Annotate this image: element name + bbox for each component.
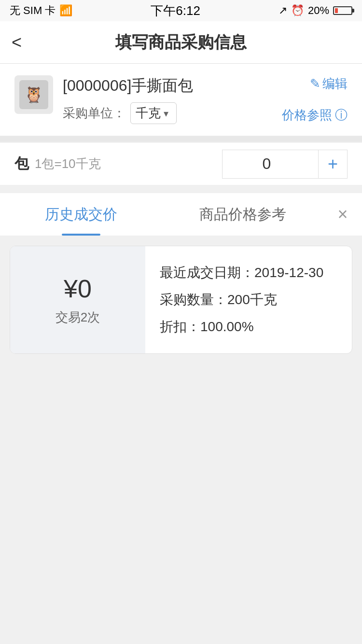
product-left: 🦉 [0000006]手撕面包 采购单位： 千克 ▾ [14,75,193,124]
edit-icon: ✎ [310,76,320,91]
unit-label: 采购单位： [63,105,125,122]
product-thumbnail: 🦉 [14,75,53,114]
price-card-left: ¥0 交易2次 [10,246,145,353]
tab-close-button[interactable]: × [323,193,362,236]
price-ref-right: ✎ 编辑 价格参照 ⓘ [282,75,348,124]
transaction-count: 交易2次 [56,309,100,326]
quantity-unit-name: 包 [14,154,29,174]
price-value: 0 [78,275,92,303]
recent-date-value: 2019-12-30 [254,265,323,280]
product-thumbnail-inner: 🦉 [19,80,48,109]
product-header: 🦉 [0000006]手撕面包 采购单位： 千克 ▾ ✎ 编辑 [14,75,348,124]
content-area: ¥0 交易2次 最近成交日期：2019-12-30 采购数量：200千克 折扣：… [0,246,362,535]
battery-fill [335,8,338,13]
tab-active-indicator [62,234,100,236]
status-bar: 无 SIM 卡 📶 下午6:12 ↗ ⏰ 20% [0,0,362,21]
status-bar-right: ↗ ⏰ 20% [278,4,352,17]
tab-history-price-label: 历史成交价 [45,205,117,224]
product-info: [0000006]手撕面包 采购单位： 千克 ▾ [63,75,193,124]
page-title: 填写商品采购信息 [115,31,247,54]
product-logo-icon: 🦉 [24,85,43,104]
tab-history-price[interactable]: 历史成交价 [0,193,162,236]
discount-value: 100.00% [200,319,254,334]
edit-label: 编辑 [322,75,348,92]
quantity-label: 包 1包=10千克 [14,154,101,174]
price-card-right: 最近成交日期：2019-12-30 采购数量：200千克 折扣：100.00% [145,246,352,353]
alarm-icon: ⏰ [291,4,304,17]
nav-bar: < 填写商品采购信息 [0,21,362,64]
location-icon: ↗ [278,4,287,17]
discount-label: 折扣： [160,319,200,334]
edit-button[interactable]: ✎ 编辑 [310,75,348,92]
quantity-input[interactable] [222,150,319,179]
battery-body [333,6,352,15]
tabs-container: 历史成交价 商品价格参考 × [0,193,362,236]
product-card: 🦉 [0000006]手撕面包 采购单位： 千克 ▾ ✎ 编辑 [0,64,362,136]
tab-product-price-ref-label: 商品价格参考 [199,205,286,224]
price-amount: ¥0 [64,274,92,303]
status-bar-left: 无 SIM 卡 📶 [10,3,72,18]
back-button[interactable]: < [12,32,22,53]
unit-select[interactable]: 千克 ▾ [130,102,177,124]
battery-icon [333,6,352,15]
purchase-qty-row: 采购数量：200千克 [160,291,337,309]
section-divider [0,136,362,142]
quantity-plus-button[interactable]: + [319,150,348,179]
price-ref-label: 价格参照 [282,107,332,124]
price-card: ¥0 交易2次 最近成交日期：2019-12-30 采购数量：200千克 折扣：… [10,246,352,354]
info-icon: ⓘ [335,107,348,124]
discount-row: 折扣：100.00% [160,318,337,336]
battery-percentage: 20% [308,4,329,17]
currency-symbol: ¥ [64,275,78,303]
recent-date-row: 最近成交日期：2019-12-30 [160,264,337,282]
status-bar-time: 下午6:12 [151,2,200,19]
chevron-down-icon: ▾ [164,108,168,119]
carrier-label: 无 SIM 卡 [10,3,56,18]
quantity-controls: + [222,150,348,179]
purchase-qty-label: 采购数量： [160,292,227,307]
tab-product-price-ref[interactable]: 商品价格参考 [162,193,323,236]
unit-value: 千克 [136,105,161,122]
product-name: [0000006]手撕面包 [63,75,193,97]
purchase-qty-value: 200千克 [227,292,277,307]
quantity-row: 包 1包=10千克 + [0,143,362,185]
recent-date-label: 最近成交日期： [160,265,254,280]
price-ref-button[interactable]: 价格参照 ⓘ [282,107,348,124]
wifi-icon: 📶 [59,4,72,17]
quantity-hint: 1包=10千克 [35,155,101,172]
product-unit-row: 采购单位： 千克 ▾ [63,102,193,124]
